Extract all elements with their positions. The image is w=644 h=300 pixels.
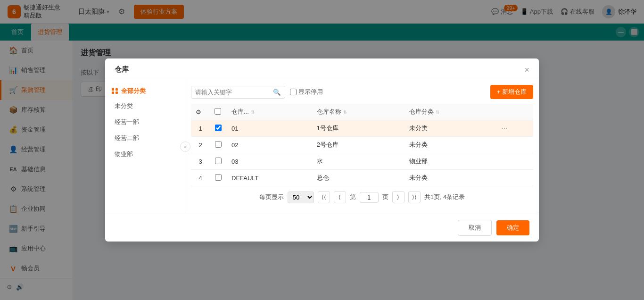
- row-id: 01: [227, 120, 312, 137]
- row-actions: [496, 170, 533, 186]
- pagination: 每页显示 50 20 100 ⟨⟨ ⟨ 第 页 ⟩ ⟩⟩ 共1页, 4条记录: [191, 186, 533, 208]
- row-checkbox[interactable]: [215, 174, 222, 181]
- category-item-1[interactable]: 经营一部: [105, 114, 185, 130]
- name-sort-icon: ⇅: [343, 109, 347, 115]
- row-id: 03: [227, 153, 312, 170]
- show-disabled-checkbox[interactable]: [290, 89, 297, 95]
- category-sort-icon: ⇅: [436, 109, 439, 115]
- name-column-header[interactable]: 仓库名称 ⇅: [312, 104, 405, 120]
- category-panel: 全部分类 未分类 经营一部 经营二部 物业部 «: [105, 79, 185, 214]
- search-button[interactable]: 🔍: [269, 86, 285, 98]
- prev-page-button[interactable]: ⟨: [334, 191, 346, 203]
- warehouse-dialog: 仓库 × 全部分类 未分类 经营一部: [105, 58, 539, 242]
- row-checkbox[interactable]: [215, 158, 222, 164]
- page-number-input[interactable]: [360, 192, 379, 203]
- table-container: ⚙ 仓库... ⇅: [191, 104, 533, 186]
- row-index: 1: [191, 120, 210, 137]
- dialog-header: 仓库 ×: [105, 58, 539, 79]
- table-row[interactable]: 2 02 2号仓库 未分类: [191, 137, 533, 153]
- warehouse-table: ⚙ 仓库... ⇅: [191, 104, 533, 186]
- row-actions: ···: [496, 120, 533, 137]
- show-disabled-wrap: 显示停用: [290, 88, 323, 96]
- row-name: 1号仓库: [312, 120, 405, 137]
- cancel-button[interactable]: 取消: [458, 220, 492, 236]
- close-icon[interactable]: ×: [524, 66, 529, 74]
- page-prefix: 第: [350, 193, 356, 201]
- last-page-button[interactable]: ⟩⟩: [408, 191, 421, 203]
- row-name: 2号仓库: [312, 137, 405, 153]
- table-row[interactable]: 4 DEFAULT 总仓 未分类: [191, 170, 533, 186]
- id-sort-icon: ⇅: [251, 109, 255, 115]
- row-category: 未分类: [405, 137, 497, 153]
- row-id: DEFAULT: [227, 170, 312, 186]
- row-category: 物业部: [405, 153, 497, 170]
- actions-column-header: [496, 104, 533, 120]
- row-actions: [496, 153, 533, 170]
- row-actions: [496, 137, 533, 153]
- search-input-wrap: 🔍: [191, 86, 285, 99]
- table-row[interactable]: 3 03 水 物业部: [191, 153, 533, 170]
- confirm-button[interactable]: 确定: [496, 220, 529, 235]
- collapse-panel-button[interactable]: «: [180, 142, 190, 152]
- total-info: 共1页, 4条记录: [424, 193, 465, 201]
- select-all-checkbox[interactable]: [215, 108, 221, 115]
- table-panel: 🔍 显示停用 + 新增仓库 ⚙: [185, 79, 539, 214]
- first-page-button[interactable]: ⟨⟨: [318, 191, 330, 203]
- row-checkbox[interactable]: [215, 141, 222, 148]
- search-input[interactable]: [191, 86, 269, 98]
- row-category: 未分类: [405, 120, 497, 137]
- next-page-button[interactable]: ⟩: [392, 191, 405, 203]
- row-index: 3: [191, 153, 210, 170]
- table-row[interactable]: 1 01 1号仓库 未分类 ···: [191, 120, 533, 137]
- row-index: 2: [191, 137, 210, 153]
- page-suffix: 页: [382, 193, 388, 201]
- row-category: 未分类: [405, 170, 497, 186]
- per-page-select[interactable]: 50 20 100: [288, 192, 314, 203]
- all-categories-item[interactable]: 全部分类: [105, 84, 185, 98]
- all-categories-label: 全部分类: [121, 87, 146, 95]
- table-toolbar: 🔍 显示停用 + 新增仓库: [191, 85, 533, 99]
- show-disabled-label: 显示停用: [298, 88, 323, 96]
- row-id: 02: [227, 137, 312, 153]
- dialog-title: 仓库: [115, 65, 129, 74]
- dialog-footer: 取消 确定: [105, 214, 539, 242]
- category-item-0[interactable]: 未分类: [105, 98, 185, 114]
- category-item-2[interactable]: 经营二部: [105, 130, 185, 146]
- category-column-header[interactable]: 仓库分类 ⇅: [405, 104, 497, 120]
- per-page-label: 每页显示: [259, 193, 284, 201]
- row-index: 4: [191, 170, 210, 186]
- row-name: 水: [312, 153, 405, 170]
- id-column-header[interactable]: 仓库... ⇅: [227, 104, 312, 120]
- add-warehouse-button[interactable]: + 新增仓库: [490, 85, 533, 99]
- row-checkbox[interactable]: [215, 125, 222, 131]
- dialog-body: 全部分类 未分类 经营一部 经营二部 物业部 «: [105, 79, 539, 214]
- gear-column-header[interactable]: ⚙: [191, 104, 210, 120]
- checkbox-column-header: [210, 104, 227, 120]
- dialog-overlay: 仓库 × 全部分类 未分类 经营一部: [0, 0, 644, 300]
- row-name: 总仓: [312, 170, 405, 186]
- more-button[interactable]: ···: [501, 124, 507, 132]
- grid-icon: [112, 88, 118, 94]
- category-item-3[interactable]: 物业部: [105, 146, 185, 162]
